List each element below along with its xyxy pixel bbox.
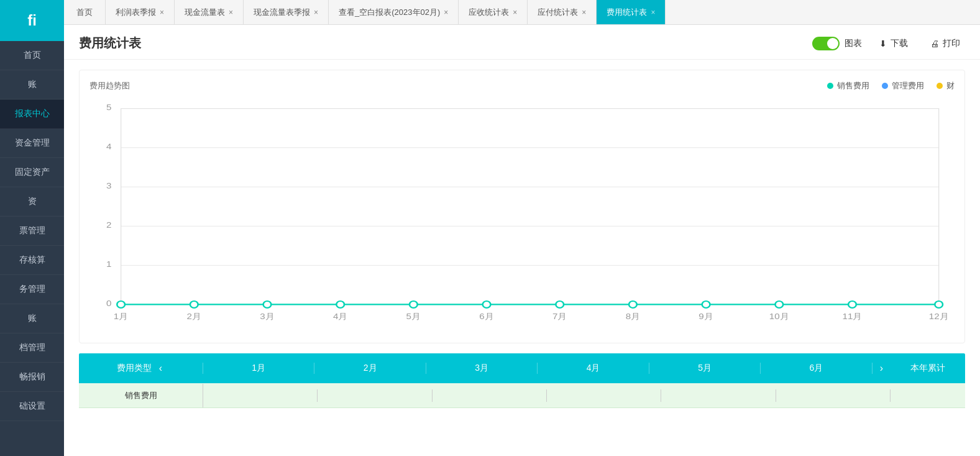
td-sales-m6	[776, 389, 891, 402]
tab-blank-report[interactable]: 查看_空白报表(2023年02月) ×	[329, 0, 459, 24]
svg-point-18	[483, 301, 491, 308]
legend-label-admin: 管理费用	[892, 80, 924, 91]
svg-text:2: 2	[106, 220, 112, 230]
legend-label-finance: 财	[946, 80, 955, 91]
tab-close-payable[interactable]: ×	[582, 8, 586, 17]
tab-close-cashflow-quarterly[interactable]: ×	[314, 8, 318, 17]
tab-close-blank-report[interactable]: ×	[444, 8, 448, 17]
sidebar-item-expense[interactable]: 畅报销	[0, 363, 64, 392]
chart-svg-wrapper: 5 4 3 2 1 0	[89, 96, 955, 333]
svg-point-14	[190, 301, 198, 308]
svg-point-23	[848, 301, 856, 308]
header-actions: 图表 ⬇ 下载 🖨 打印	[812, 35, 965, 52]
legend-label-sales: 销售费用	[837, 80, 869, 91]
legend-sales-expense: 销售费用	[827, 80, 869, 91]
svg-text:9月: 9月	[698, 312, 713, 321]
th-month-1: 1月	[203, 363, 314, 374]
next-month-arrow[interactable]: ›	[872, 363, 891, 374]
sidebar-item-home[interactable]: 首页	[0, 41, 64, 70]
sidebar-item-reports[interactable]: 报表中心	[0, 100, 64, 129]
svg-text:12月: 12月	[929, 312, 949, 321]
expense-table: 费用类型 ‹ 1月 2月 3月 4月 5月 6月 › 本年累计 销售费用	[79, 353, 965, 408]
chart-legend: 销售费用 管理费用 财	[827, 80, 955, 91]
page-header: 费用统计表 图表 ⬇ 下载 🖨 打印	[64, 25, 980, 60]
prev-month-arrow[interactable]: ‹	[157, 363, 165, 374]
tab-home[interactable]: 首页	[64, 0, 106, 24]
tab-expense-stats[interactable]: 费用统计表 ×	[597, 0, 666, 24]
sidebar-item-resource[interactable]: 资	[0, 187, 64, 216]
tab-profit-quarterly[interactable]: 利润表季报 ×	[106, 0, 175, 24]
print-button[interactable]: 🖨 打印	[925, 35, 965, 52]
svg-text:10月: 10月	[769, 312, 789, 321]
td-sales-m1	[203, 389, 318, 402]
tab-cashflow-quarterly[interactable]: 现金流量表季报 ×	[244, 0, 329, 24]
svg-point-22	[775, 301, 783, 308]
th-month-3: 3月	[426, 363, 538, 374]
print-icon: 🖨	[930, 39, 939, 49]
tab-close-receivable[interactable]: ×	[513, 8, 517, 17]
svg-text:7月: 7月	[552, 312, 567, 321]
legend-dot-finance	[936, 83, 943, 89]
sidebar-item-ledger[interactable]: 账	[0, 304, 64, 333]
table-header: 费用类型 ‹ 1月 2月 3月 4月 5月 6月 › 本年累计	[79, 353, 965, 383]
tab-close-profit-quarterly[interactable]: ×	[160, 8, 164, 17]
td-sales-m2	[318, 389, 432, 402]
tab-close-cashflow[interactable]: ×	[229, 8, 233, 17]
th-cost-type: 费用类型 ‹	[79, 363, 203, 374]
svg-text:4月: 4月	[333, 312, 347, 321]
chart-toggle[interactable]	[812, 37, 840, 50]
page-title: 费用统计表	[79, 35, 141, 52]
sidebar: fi 首页 账 报表中心 资金管理 固定资产 资 票管理 存核算 务管理 账 档…	[0, 0, 64, 456]
svg-point-24	[935, 301, 943, 308]
td-sales-m3	[433, 389, 547, 402]
legend-dot-sales	[827, 83, 833, 89]
th-month-6: 6月	[761, 363, 872, 374]
svg-point-15	[263, 301, 272, 308]
th-month-5: 5月	[649, 363, 761, 374]
tab-payable[interactable]: 应付统计表 ×	[528, 0, 597, 24]
td-sales-m5	[661, 389, 776, 402]
th-month-2: 2月	[314, 363, 426, 374]
sidebar-item-fund[interactable]: 资金管理	[0, 129, 64, 158]
legend-dot-admin	[882, 83, 888, 89]
svg-point-17	[410, 301, 418, 308]
chart-header: 费用趋势图 销售费用 管理费用 财	[89, 80, 955, 91]
svg-point-19	[556, 301, 564, 308]
download-icon: ⬇	[879, 39, 887, 49]
legend-admin-expense: 管理费用	[882, 80, 924, 91]
td-sales-type: 销售费用	[79, 384, 203, 407]
chart-title: 费用趋势图	[89, 80, 130, 91]
download-button[interactable]: ⬇ 下载	[874, 35, 913, 52]
sidebar-item-assets[interactable]: 固定资产	[0, 158, 64, 187]
chart-container: 费用趋势图 销售费用 管理费用 财	[79, 70, 965, 343]
sidebar-item-settings[interactable]: 础设置	[0, 392, 64, 421]
svg-point-20	[629, 301, 637, 308]
sidebar-item-invoice[interactable]: 票管理	[0, 216, 64, 246]
svg-point-21	[702, 301, 710, 308]
svg-text:3月: 3月	[260, 312, 274, 321]
svg-text:5: 5	[106, 103, 112, 112]
sidebar-item-account[interactable]: 账	[0, 70, 64, 100]
svg-text:3: 3	[106, 181, 112, 190]
chart-svg: 5 4 3 2 1 0	[89, 96, 955, 333]
th-total: 本年累计	[891, 363, 965, 374]
th-month-4: 4月	[538, 363, 649, 374]
sidebar-item-service[interactable]: 务管理	[0, 275, 64, 304]
svg-text:8月: 8月	[626, 312, 640, 321]
td-sales-m4	[547, 389, 661, 402]
tab-cashflow[interactable]: 现金流量表 ×	[175, 0, 244, 24]
svg-text:2月: 2月	[187, 312, 201, 321]
svg-text:6月: 6月	[479, 312, 493, 321]
svg-point-13	[117, 301, 125, 308]
sidebar-item-inventory[interactable]: 存核算	[0, 246, 64, 275]
tab-close-expense-stats[interactable]: ×	[651, 8, 655, 17]
chart-toggle-label: 图表	[845, 38, 862, 49]
svg-point-16	[336, 301, 344, 308]
sidebar-item-archive[interactable]: 档管理	[0, 333, 64, 363]
svg-text:5月: 5月	[406, 312, 421, 321]
tab-bar: 首页 利润表季报 × 现金流量表 × 现金流量表季报 × 查看_空白报表(202…	[64, 0, 980, 25]
page-content: 费用统计表 图表 ⬇ 下载 🖨 打印 费用趋势图	[64, 25, 980, 456]
svg-text:1月: 1月	[114, 312, 128, 321]
tab-receivable[interactable]: 应收统计表 ×	[459, 0, 528, 24]
svg-rect-12	[121, 109, 939, 305]
